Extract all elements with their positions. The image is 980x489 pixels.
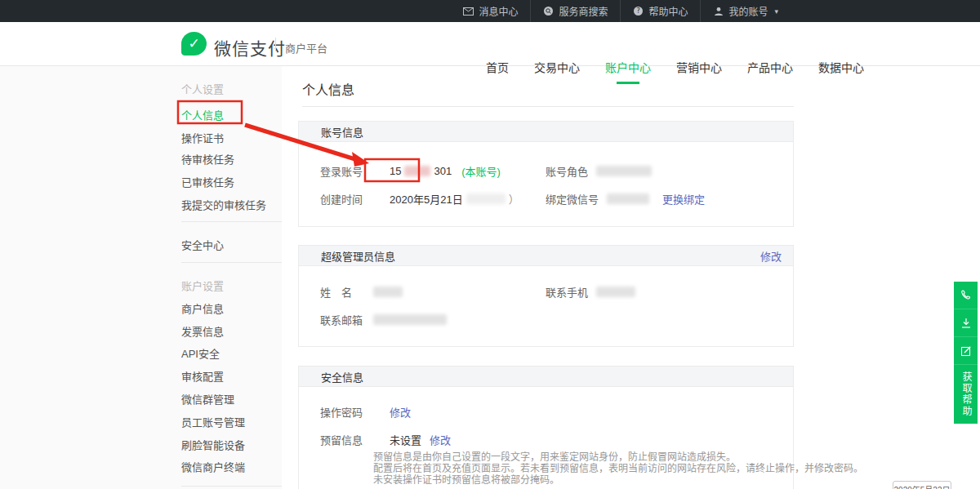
phone-contact-button[interactable]	[954, 282, 978, 309]
topbar-my-account[interactable]: 我的账号 ▾	[700, 0, 791, 22]
own-account-note: (本账号)	[461, 163, 501, 179]
header: ✓ 微信支付 商户平台 首页 交易中心 账户中心 营销中心 产品中心 数据中心	[0, 22, 980, 66]
password-modify-link[interactable]: 修改	[390, 404, 411, 420]
nav-home[interactable]: 首页	[486, 44, 509, 89]
logo-check-glyph: ✓	[188, 35, 199, 52]
topbar-provider-search[interactable]: 服务商搜索	[530, 0, 620, 22]
sidebar-item-wechat-merchant-terminal[interactable]: 微信商户终端	[181, 459, 245, 474]
operation-password-row: 操作密码 修改	[320, 404, 411, 420]
feedback-edit-icon	[960, 345, 972, 357]
nav-account-center[interactable]: 账户中心	[605, 44, 651, 89]
admin-phone-label: 联系手机	[546, 284, 588, 300]
bound-wechat-redacted	[607, 193, 649, 204]
download-icon	[960, 318, 972, 329]
sidebar-item-merchant-info[interactable]: 商户信息	[181, 300, 224, 316]
reserved-info-status: 未设置	[390, 432, 421, 447]
get-help-button[interactable]: 获取帮助	[954, 365, 978, 424]
sidebar-item-wechat-group-mgmt[interactable]: 微信群管理	[181, 391, 234, 407]
floating-help-stack: 获取帮助	[954, 282, 978, 424]
reserved-modify-link[interactable]: 修改	[430, 432, 451, 447]
account-info-section-header: 账号信息	[299, 122, 793, 142]
sidebar-item-invoice-info[interactable]: 发票信息	[181, 323, 224, 339]
login-account-label: 登录账号	[320, 163, 363, 179]
sidebar-group-account-settings: 账户设置	[181, 278, 224, 293]
login-account-row: 登录账号 15 301 (本账号)	[320, 163, 501, 179]
topbar-item-label: 消息中心	[479, 4, 518, 18]
reserved-help-line3: 未安装操作证书时预留信息将被部分掩码。	[373, 474, 559, 486]
topbar-item-label: 服务商搜索	[559, 4, 608, 18]
operation-password-label: 操作密码	[320, 404, 363, 420]
feedback-button[interactable]	[954, 337, 978, 365]
admin-email-label: 联系邮箱	[320, 312, 363, 327]
svg-text:?: ?	[637, 7, 640, 15]
created-time-label: 创建时间	[320, 191, 363, 207]
sidebar-item-personal-info[interactable]: 个人信息	[181, 107, 224, 122]
sidebar-group-personal-settings: 个人设置	[181, 81, 224, 96]
admin-phone-row: 联系手机	[546, 284, 635, 300]
account-role-redacted	[596, 166, 652, 176]
sidebar-item-my-submitted-tasks[interactable]: 我提交的审核任务	[181, 197, 266, 212]
mail-icon	[463, 6, 474, 16]
section-title: 安全信息	[321, 369, 363, 385]
login-account-prefix: 15	[390, 165, 401, 177]
nav-product-center[interactable]: 产品中心	[747, 44, 793, 89]
section-title: 账号信息	[321, 124, 363, 140]
question-icon: ?	[633, 6, 644, 16]
admin-name-label: 姓 名	[320, 284, 352, 300]
admin-email-row: 联系邮箱	[320, 312, 447, 327]
main-nav: 首页 交易中心 账户中心 营销中心 产品中心 数据中心	[486, 44, 864, 88]
created-time-redacted	[466, 193, 506, 204]
brand-divider	[275, 38, 276, 51]
page-title: 个人信息	[302, 79, 354, 99]
chevron-down-icon: ▾	[774, 7, 778, 16]
reserved-info-row: 预留信息 未设置 修改	[320, 432, 451, 447]
date-tooltip: 2020年5月22日	[893, 481, 951, 489]
search-icon	[543, 6, 554, 16]
user-icon	[713, 6, 724, 16]
sidebar-divider	[181, 262, 282, 263]
section-title: 超级管理员信息	[321, 248, 395, 264]
title-rule	[302, 106, 794, 107]
nav-data-center[interactable]: 数据中心	[818, 44, 864, 89]
bound-wechat-label: 绑定微信号	[546, 191, 599, 207]
download-button[interactable]	[954, 309, 978, 337]
nav-trade-center[interactable]: 交易中心	[534, 44, 580, 89]
sidebar-divider	[181, 486, 282, 487]
sidebar-item-reviewed-tasks[interactable]: 已审核任务	[181, 174, 234, 189]
rebind-link[interactable]: 更换绑定	[662, 191, 705, 207]
login-account-redacted	[404, 166, 430, 176]
admin-phone-redacted	[596, 287, 635, 297]
admin-name-row: 姓 名	[320, 284, 403, 300]
sidebar-item-pending-review-tasks[interactable]: 待审核任务	[181, 151, 234, 167]
reserved-help-line2: 配置后将在首页及充值页面显示。若未看到预留信息，表明当前访问的网站存在风险，请终…	[373, 463, 863, 474]
sidebar-divider	[181, 221, 282, 222]
wechat-pay-logo-icon[interactable]: ✓	[181, 32, 207, 56]
sidebar-item-face-devices[interactable]: 刷脸智能设备	[181, 437, 245, 452]
sidebar-item-review-config[interactable]: 审核配置	[181, 368, 224, 384]
created-time-value: 2020年5月21日	[390, 191, 463, 207]
created-time-trailing: ）	[509, 191, 519, 207]
admin-modify-link[interactable]: 修改	[760, 248, 782, 264]
nav-marketing-center[interactable]: 营销中心	[676, 44, 722, 89]
reserved-info-label: 预留信息	[320, 432, 363, 447]
bound-wechat-row: 绑定微信号 更换绑定	[546, 191, 705, 207]
admin-info-section-header: 超级管理员信息 修改	[299, 246, 793, 266]
admin-name-redacted	[373, 287, 403, 297]
account-role-row: 账号角色	[546, 163, 652, 179]
topbar-message-center[interactable]: 消息中心	[451, 0, 530, 22]
reserved-help-line1: 预留信息是由你自己设置的一段文字，用来鉴定网站身份，防止假冒网站造成损失。	[373, 451, 736, 463]
login-account-suffix: 301	[434, 165, 452, 177]
topbar-item-label: 我的账号	[728, 4, 768, 18]
phone-icon	[960, 289, 972, 301]
security-info-section-header: 安全信息	[299, 367, 793, 387]
topbar-item-label: 帮助中心	[648, 4, 688, 18]
sidebar: 个人设置 个人信息 操作证书 待审核任务 已审核任务 我提交的审核任务 安全中心…	[0, 66, 282, 489]
portal-label: 商户平台	[285, 40, 327, 56]
sidebar-item-staff-account-mgmt[interactable]: 员工账号管理	[181, 414, 245, 429]
sidebar-item-security-center[interactable]: 安全中心	[181, 237, 224, 252]
sidebar-item-operation-certificate[interactable]: 操作证书	[181, 130, 224, 145]
sidebar-item-api-security[interactable]: API安全	[181, 345, 220, 361]
created-time-row: 创建时间 2020年5月21日 ）	[320, 191, 519, 207]
account-role-label: 账号角色	[546, 163, 588, 179]
topbar-help-center[interactable]: ? 帮助中心	[620, 0, 700, 22]
